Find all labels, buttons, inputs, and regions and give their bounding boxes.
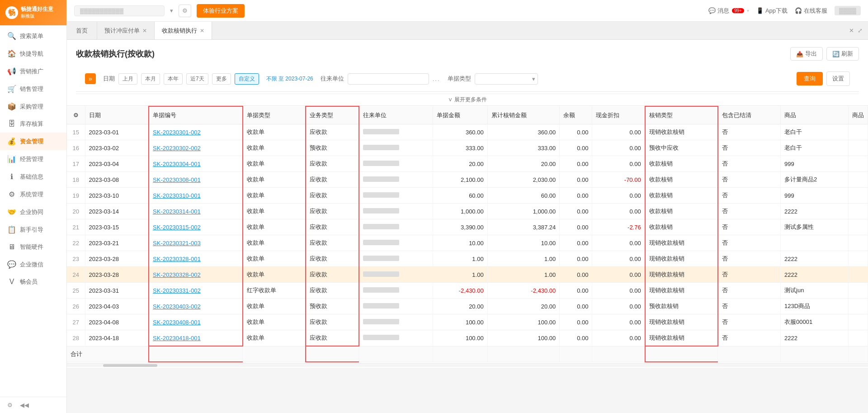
cell-billno: SK-20230310-001 xyxy=(149,188,243,204)
sidebar-item-purchase[interactable]: 📦 采购管理 xyxy=(0,98,66,115)
cell-cashdisc: 0.00 xyxy=(592,330,645,347)
logo-icon: 畅 xyxy=(5,6,18,19)
filter-partner-input[interactable] xyxy=(348,73,429,85)
tab-home[interactable]: 首页 xyxy=(67,22,97,39)
sidebar-item-operation[interactable]: 📊 经营管理 xyxy=(0,150,66,168)
table-row[interactable]: 28 2023-04-18 SK-20230418-001 收款单 应收款 10… xyxy=(67,330,868,347)
cell-no: 15 xyxy=(67,124,85,140)
cell-no: 21 xyxy=(67,219,85,235)
guide-icon: 📋 xyxy=(7,225,16,234)
cell-cashdisc: 0.00 xyxy=(592,204,645,219)
footer-balance xyxy=(560,346,592,362)
sidebar-item-search[interactable]: 🔍 搜索菜单 xyxy=(0,27,66,45)
table-row[interactable]: 27 2023-04-08 SK-20230408-001 收款单 应收款 10… xyxy=(67,314,868,330)
cell-no: 26 xyxy=(67,299,85,314)
filter-7days-btn[interactable]: 近7天 xyxy=(186,73,208,85)
sidebar-item-guide[interactable]: 📋 新手引导 xyxy=(0,221,66,238)
export-icon: 📤 xyxy=(796,51,803,57)
table-row[interactable]: 21 2023-03-15 SK-20230315-002 收款单 应收款 3,… xyxy=(67,219,868,235)
member-icon: V xyxy=(7,278,16,286)
cell-billno: SK-20230403-002 xyxy=(149,299,243,314)
sidebar-item-sales[interactable]: 🛒 销售管理 xyxy=(0,80,66,98)
app-download-btn[interactable]: 📱 App下载 xyxy=(756,7,788,15)
cell-product2 xyxy=(849,172,868,188)
topbar-dropdown-arrow[interactable]: ▾ xyxy=(170,7,173,14)
expand-more-btn[interactable]: ∨ 展开更多条件 xyxy=(76,94,859,105)
cell-partner xyxy=(359,251,433,267)
table-row[interactable]: 15 2023-03-01 SK-20230301-002 收款单 应收款 36… xyxy=(67,124,868,140)
cell-no: 16 xyxy=(67,140,85,156)
sidebar-item-hardware[interactable]: 🖥 智能硬件 xyxy=(0,238,66,256)
filter-toggle-btn[interactable]: » xyxy=(85,73,96,84)
table-row[interactable]: 20 2023-03-14 SK-20230314-001 收款单 应收款 1,… xyxy=(67,204,868,219)
sidebar-settings-icon[interactable]: ⚙ xyxy=(7,402,13,408)
sidebar-collapse-icon[interactable]: ◀◀ xyxy=(20,402,29,408)
cell-product2 xyxy=(849,140,868,156)
sidebar-item-wechat[interactable]: 💬 企业微信 xyxy=(0,256,66,273)
solution-button[interactable]: 体验行业方案 xyxy=(197,4,245,18)
filter-billtype-select[interactable]: 收款单 红字收款单 xyxy=(475,73,538,85)
cell-no: 25 xyxy=(67,283,85,299)
scroll-indicator[interactable] xyxy=(103,364,157,367)
user-info[interactable]: ▓▓▓▓ xyxy=(835,6,861,15)
cell-billtype: 收款单 xyxy=(243,204,306,219)
table-row[interactable]: 26 2023-04-03 SK-20230403-002 收款单 预收款 20… xyxy=(67,299,868,314)
messages-btn[interactable]: 💬 消息 99+ ▾ xyxy=(708,7,749,15)
cell-balance: 0.00 xyxy=(560,204,592,219)
cell-amount: 1,000.00 xyxy=(433,204,487,219)
sidebar-item-basic[interactable]: ℹ 基础信息 xyxy=(0,168,66,185)
home-icon: 🏠 xyxy=(7,49,16,58)
table-row[interactable]: 16 2023-03-02 SK-20230302-002 收款单 预收款 33… xyxy=(67,140,868,156)
tab-expand-icon[interactable]: ⤢ xyxy=(858,27,863,34)
cell-balance: 0.00 xyxy=(560,283,592,299)
sidebar-item-finance[interactable]: 💰 资金管理 xyxy=(0,133,66,150)
cell-cashdisc: 0.00 xyxy=(592,235,645,251)
cell-cashdisc: 0.00 xyxy=(592,156,645,172)
sidebar-item-marketing[interactable]: 📢 营销推广 xyxy=(0,62,66,80)
table-row[interactable]: 25 2023-03-31 SK-20230331-002 红字收款单 应收款 … xyxy=(67,283,868,299)
cell-amount: 100.00 xyxy=(433,330,487,347)
tab-close-icon[interactable]: ✕ xyxy=(849,27,854,34)
filter-this-year-btn[interactable]: 本年 xyxy=(164,73,183,85)
tab-collection[interactable]: 收款核销执行 ✕ xyxy=(155,22,212,39)
tab-collection-close[interactable]: ✕ xyxy=(200,28,204,34)
cell-settled: 否 xyxy=(718,124,781,140)
table-row[interactable]: 23 2023-03-28 SK-20230328-001 收款单 应收款 1.… xyxy=(67,251,868,267)
table-row[interactable]: 18 2023-03-08 SK-20230308-001 收款单 应收款 2,… xyxy=(67,172,868,188)
tab-receivable[interactable]: 预计冲应付单 ✕ xyxy=(97,22,155,39)
cell-balance: 0.00 xyxy=(560,267,592,283)
logo-name: 畅捷通好生意 xyxy=(21,6,53,13)
export-button[interactable]: 📤 导出 xyxy=(790,47,823,61)
sidebar-item-quicknav[interactable]: 🏠 快捷导航 xyxy=(0,45,66,62)
filter-this-month-btn[interactable]: 本月 xyxy=(141,73,160,85)
cell-product2 xyxy=(849,188,868,204)
cell-cumulative: 360.00 xyxy=(487,124,560,140)
sidebar-item-member[interactable]: V 畅会员 xyxy=(0,273,66,290)
table-row[interactable]: 22 2023-03-21 SK-20230321-003 收款单 应收款 10… xyxy=(67,235,868,251)
table-footer-row: 合计 xyxy=(67,346,868,362)
cell-amount: 1.00 xyxy=(433,267,487,283)
table-row[interactable]: 17 2023-03-04 SK-20230304-001 收款单 应收款 20… xyxy=(67,156,868,172)
tab-receivable-close[interactable]: ✕ xyxy=(142,28,147,34)
topbar-settings-btn[interactable]: ⚙ xyxy=(179,5,191,17)
support-btn[interactable]: 🎧 在线客服 xyxy=(795,7,827,15)
filter-custom-btn[interactable]: 自定义 xyxy=(235,73,259,85)
cell-billtype: 收款单 xyxy=(243,156,306,172)
sidebar-item-system[interactable]: ⚙ 系统管理 xyxy=(0,185,66,203)
col-settings-header[interactable]: ⚙ xyxy=(67,106,85,124)
refresh-button[interactable]: 🔄 刷新 xyxy=(826,47,859,61)
cell-amount: -2,430.00 xyxy=(433,283,487,299)
col-billno-header: 单据编号 xyxy=(149,106,243,124)
filter-more-btn[interactable]: 更多 xyxy=(212,73,231,85)
cell-no: 19 xyxy=(67,188,85,204)
query-button[interactable]: 查询 xyxy=(797,72,823,85)
cell-product: 测试jun xyxy=(781,283,849,299)
settings-button[interactable]: 设置 xyxy=(826,71,850,86)
footer-partner xyxy=(359,346,433,362)
table-row[interactable]: 19 2023-03-10 SK-20230310-001 收款单 应收款 60… xyxy=(67,188,868,204)
sidebar-item-inventory[interactable]: 🗄 库存核算 xyxy=(0,115,66,133)
cell-billtype: 收款单 xyxy=(243,172,306,188)
sidebar-item-corp[interactable]: 🤝 企业协同 xyxy=(0,203,66,221)
filter-last-month-btn[interactable]: 上月 xyxy=(118,73,137,85)
table-row[interactable]: 24 2023-03-28 SK-20230328-002 收款单 应收款 1.… xyxy=(67,267,868,283)
